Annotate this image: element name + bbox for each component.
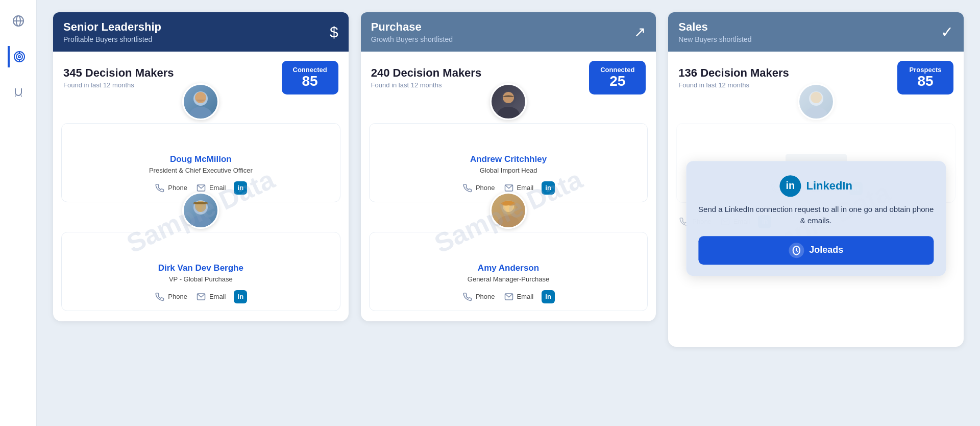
svg-point-24 <box>497 216 520 227</box>
senior-leadership-sublabel: Found in last 12 months <box>63 81 174 89</box>
email-label-andrew: Email <box>517 184 534 192</box>
avatar-doug <box>182 83 219 120</box>
senior-leadership-badge-number: 85 <box>293 74 327 89</box>
purchase-badge-label: Connected <box>600 66 634 74</box>
purchase-badge: Connected 25 <box>589 61 646 94</box>
sales-persons: Sample Data <box>668 102 964 347</box>
email-icon-amy <box>503 291 514 302</box>
phone-icon-amy <box>462 291 473 302</box>
purchase-badge-number: 25 <box>600 74 634 89</box>
avatar-dirk <box>182 192 219 229</box>
senior-leadership-badge-label: Connected <box>293 66 327 74</box>
purchase-count: 240 Decision Makers <box>371 66 481 80</box>
svg-point-20 <box>497 107 520 118</box>
phone-icon <box>154 182 165 194</box>
phone-label-dirk: Phone <box>168 293 187 300</box>
purchase-persons: Sample Data Andrew Critchhley Global Imp… <box>361 102 656 321</box>
purchase-count-area: 240 Decision Makers Found in last 12 mon… <box>371 66 481 89</box>
avatar-amy <box>490 192 527 229</box>
sidebar <box>0 0 37 426</box>
linkedin-overlay-title: LinkedIn <box>806 179 852 193</box>
person-title-andrew: Global Import Head <box>462 167 555 174</box>
purchase-header: Purchase Growth Buyers shortlisted ↗ <box>361 12 656 52</box>
phone-button-amy[interactable]: Phone <box>462 291 495 302</box>
linkedin-overlay-description: Send a LinkedIn connection request to al… <box>698 204 934 227</box>
phone-button-doug[interactable]: Phone <box>154 182 187 194</box>
sales-header: Sales New Buyers shortlisted ✓ <box>668 12 964 52</box>
senior-leadership-header: Senior Leadership Profitable Buyers shor… <box>53 12 349 52</box>
email-button-dirk[interactable]: Email <box>195 291 226 302</box>
svg-point-28 <box>805 107 827 118</box>
svg-point-29 <box>811 92 822 103</box>
avatar-sales <box>798 83 835 120</box>
person-card-amy: Amy Anderson General Manager-Purchase Ph… <box>369 232 648 311</box>
person-name-dirk[interactable]: Dirk Van Dev Berghe <box>154 263 247 273</box>
linkedin-overlay-header: in LinkedIn <box>779 175 852 197</box>
target-icon[interactable] <box>8 46 29 67</box>
sales-count-area: 136 Decision Makers Found in last 12 mon… <box>678 66 789 89</box>
check-icon: ✓ <box>941 23 953 41</box>
sales-subtitle: New Buyers shortlisted <box>678 35 751 43</box>
senior-leadership-badge: Connected 85 <box>282 61 338 94</box>
purchase-title: Purchase <box>371 20 453 34</box>
phone-label-andrew: Phone <box>476 184 495 192</box>
senior-leadership-count-area: 345 Decision Makers Found in last 12 mon… <box>63 66 174 89</box>
linkedin-button-amy[interactable]: in <box>542 290 555 303</box>
email-label-doug: Email <box>209 184 226 192</box>
joleads-label: Joleads <box>809 245 843 256</box>
sales-badge-label: Prospects <box>909 66 942 74</box>
person-name-doug[interactable]: Doug McMillon <box>149 154 253 164</box>
senior-leadership-title: Senior Leadership <box>63 20 161 34</box>
sales-sublabel: Found in last 12 months <box>678 81 789 89</box>
sales-title: Sales <box>678 20 751 34</box>
person-card-doug: Doug McMillon President & Chief Executiv… <box>61 123 340 202</box>
avatar-andrew <box>490 83 527 120</box>
person-title-amy: General Manager-Purchase <box>462 275 555 283</box>
person-name-amy[interactable]: Amy Anderson <box>462 263 555 273</box>
purchase-header-left: Purchase Growth Buyers shortlisted <box>371 20 453 43</box>
linkedin-button-andrew[interactable]: in <box>542 181 555 195</box>
senior-leadership-header-left: Senior Leadership Profitable Buyers shor… <box>63 20 161 43</box>
senior-leadership-subtitle: Profitable Buyers shortlisted <box>63 35 161 43</box>
svg-rect-17 <box>193 202 208 204</box>
phone-button-andrew[interactable]: Phone <box>462 182 495 194</box>
person-card-andrew: Andrew Critchhley Global Import Head Pho… <box>369 123 648 202</box>
purchase-sublabel: Found in last 12 months <box>371 81 481 89</box>
email-icon-dirk <box>195 291 207 302</box>
dollar-icon: $ <box>330 23 338 41</box>
person-title-doug: President & Chief Executive Officer <box>149 167 253 174</box>
email-button-amy[interactable]: Email <box>503 291 534 302</box>
phone-label-doug: Phone <box>168 184 187 192</box>
person-name-andrew[interactable]: Andrew Critchhley <box>462 154 555 164</box>
joleads-icon <box>789 243 804 258</box>
sales-count: 136 Decision Makers <box>678 66 789 80</box>
phone-icon-dirk <box>154 291 165 302</box>
phone-icon-andrew <box>462 182 473 194</box>
main-content: Senior Leadership Profitable Buyers shor… <box>37 0 980 426</box>
person-actions-dirk: Phone Email in <box>154 290 247 303</box>
svg-point-4 <box>16 54 22 60</box>
joleads-button[interactable]: Joleads <box>698 236 934 265</box>
svg-point-11 <box>189 107 212 118</box>
magnet-icon[interactable] <box>8 82 29 103</box>
phone-button-dirk[interactable]: Phone <box>154 291 187 302</box>
arrow-icon: ↗ <box>634 23 646 40</box>
phone-label-amy: Phone <box>476 293 495 300</box>
svg-point-15 <box>189 216 212 227</box>
person-actions-amy: Phone Email in <box>462 290 555 303</box>
sales-badge-number: 85 <box>909 74 942 89</box>
senior-leadership-column: Senior Leadership Profitable Buyers shor… <box>53 12 349 321</box>
email-label-dirk: Email <box>209 293 226 300</box>
email-label-amy: Email <box>517 293 534 300</box>
senior-leadership-count: 345 Decision Makers <box>63 66 174 80</box>
sales-header-left: Sales New Buyers shortlisted <box>678 20 751 43</box>
sales-column: Sales New Buyers shortlisted ✓ 136 Decis… <box>668 12 964 347</box>
sales-badge: Prospects 85 <box>897 61 953 94</box>
linkedin-button-doug[interactable]: in <box>234 181 247 195</box>
svg-point-21 <box>503 92 514 103</box>
globe-icon[interactable] <box>8 10 29 32</box>
linkedin-logo-icon: in <box>779 175 801 197</box>
senior-leadership-persons: Sample Data Doug McMillon President & Ch… <box>53 102 349 321</box>
purchase-subtitle: Growth Buyers shortlisted <box>371 35 453 43</box>
linkedin-button-dirk[interactable]: in <box>234 290 247 303</box>
